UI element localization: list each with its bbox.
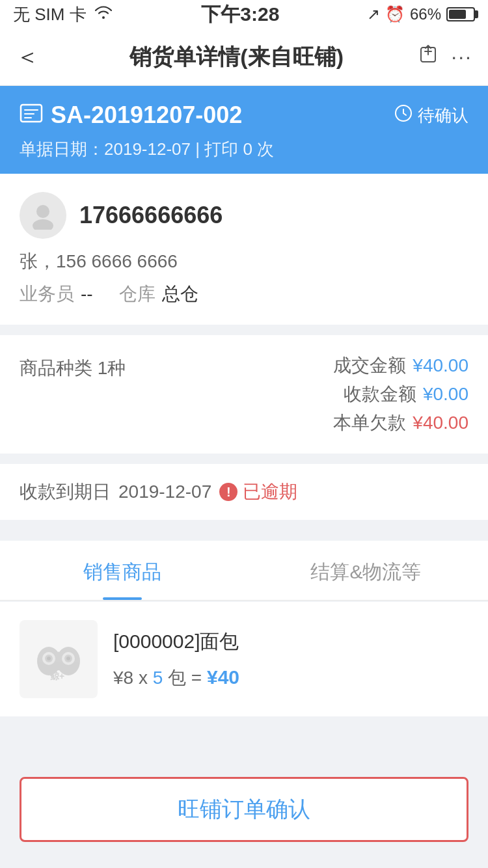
- battery-icon: [446, 7, 475, 21]
- customer-phone: 17666666666: [79, 202, 223, 229]
- order-banner: SA-20191207-002 待确认 单据日期：2019-12-07 | 打印…: [0, 86, 488, 174]
- warehouse-item: 仓库 总仓: [119, 282, 198, 306]
- order-id: SA-20191207-002: [20, 102, 242, 129]
- order-status: 待确认: [394, 104, 468, 127]
- status-left: 无 SIM 卡: [13, 3, 114, 26]
- warehouse-label: 仓库: [119, 282, 156, 306]
- status-time: 下午3:28: [201, 1, 279, 28]
- product-total: ¥40: [207, 666, 239, 688]
- due-date-label: 收款到期日: [20, 480, 111, 504]
- nav-bar: ＜ 销货单详情(来自旺铺) ···: [0, 29, 488, 86]
- confirm-button-label: 旺铺订单确认: [178, 794, 310, 824]
- customer-section: 17666666666 张，156 6666 6666 业务员 -- 仓库 总仓: [0, 174, 488, 325]
- overdue-badge: ! 已逾期: [219, 480, 297, 504]
- receipt-amount-value: ¥0.00: [423, 384, 468, 405]
- product-item: 鲸+ [0000002]面包 ¥8 x 5 包 = ¥40: [0, 602, 488, 717]
- product-price: ¥8 x 5 包 = ¥40: [113, 666, 468, 690]
- product-list: 鲸+ [0000002]面包 ¥8 x 5 包 = ¥40: [0, 602, 488, 717]
- debt-amount-value: ¥40.00: [413, 413, 468, 433]
- svg-point-12: [66, 657, 70, 660]
- avatar: [20, 192, 66, 239]
- svg-point-11: [47, 657, 51, 660]
- tabs-section: 销售商品 结算&物流等: [0, 541, 488, 601]
- deal-amount-line: 成交金额 ¥40.00: [333, 353, 468, 378]
- deal-amount-value: ¥40.00: [413, 355, 468, 376]
- order-id-text: SA-20191207-002: [51, 102, 242, 129]
- product-thumbnail: 鲸+: [20, 620, 98, 698]
- location-icon: ↗: [367, 5, 380, 23]
- product-type-label: 商品种类: [20, 356, 92, 381]
- product-type-value: 1种: [98, 356, 126, 381]
- customer-name: 张，156 6666 6666: [20, 249, 468, 274]
- page-title: 销货单详情(来自旺铺): [55, 42, 418, 72]
- amount-section: 商品种类 1种 成交金额 ¥40.00 收款金额 ¥0.00 本单欠款 ¥40.…: [0, 335, 488, 454]
- battery-fill: [449, 10, 466, 19]
- debt-amount-line: 本单欠款 ¥40.00: [333, 411, 468, 435]
- price-equals: =: [191, 668, 207, 688]
- customer-top: 17666666666: [20, 192, 468, 239]
- confirm-order-button[interactable]: 旺铺订单确认: [20, 777, 468, 842]
- receipt-amount-line: 收款金额 ¥0.00: [344, 382, 468, 407]
- receipt-amount-label: 收款金额: [344, 382, 416, 407]
- amount-grid: 商品种类 1种 成交金额 ¥40.00 收款金额 ¥0.00 本单欠款 ¥40.…: [20, 353, 468, 435]
- product-qty: 5: [153, 668, 163, 688]
- product-name: [0000002]面包: [113, 629, 468, 655]
- order-date: 单据日期：2019-12-07 | 打印 0 次: [20, 138, 468, 161]
- alarm-icon: ⏰: [385, 5, 405, 23]
- more-icon[interactable]: ···: [451, 45, 472, 69]
- order-icon: [20, 102, 43, 129]
- share-icon[interactable]: [418, 45, 438, 69]
- back-button[interactable]: ＜: [16, 41, 55, 73]
- salesperson-value: --: [81, 284, 93, 305]
- carrier-label: 无 SIM 卡: [13, 3, 87, 26]
- product-info: [0000002]面包 ¥8 x 5 包 = ¥40: [113, 629, 468, 690]
- overdue-icon: !: [219, 483, 237, 501]
- amounts-right: 成交金额 ¥40.00 收款金额 ¥0.00 本单欠款 ¥40.00: [333, 353, 468, 435]
- debt-amount-label: 本单欠款: [333, 411, 406, 435]
- warehouse-value: 总仓: [162, 282, 198, 306]
- due-section: 收款到期日 2019-12-07 ! 已逾期: [0, 464, 488, 520]
- price-value: ¥8: [113, 668, 133, 688]
- nav-actions: ···: [418, 45, 472, 69]
- status-bar: 无 SIM 卡 下午3:28 ↗ ⏰ 66%: [0, 0, 488, 29]
- salesperson-item: 业务员 --: [20, 282, 93, 306]
- svg-point-4: [33, 219, 53, 230]
- tab-sales-products[interactable]: 销售商品: [0, 541, 244, 600]
- order-banner-top: SA-20191207-002 待确认: [20, 102, 468, 129]
- overdue-label: 已逾期: [243, 480, 297, 504]
- product-type-area: 商品种类 1种: [20, 353, 333, 381]
- due-date-value: 2019-12-07: [118, 481, 211, 502]
- wifi-icon: [93, 5, 114, 25]
- salesperson-label: 业务员: [20, 282, 74, 306]
- clock-icon: [394, 104, 413, 127]
- divider-3: [0, 520, 488, 530]
- product-unit: 包: [168, 668, 186, 688]
- svg-point-3: [36, 205, 49, 218]
- divider-1: [0, 325, 488, 335]
- divider-2: [0, 454, 488, 464]
- customer-meta: 业务员 -- 仓库 总仓: [20, 282, 468, 306]
- deal-amount-label: 成交金额: [333, 353, 406, 378]
- tab-settlement-logistics[interactable]: 结算&物流等: [244, 541, 488, 600]
- svg-text:鲸+: 鲸+: [49, 671, 64, 681]
- status-text: 待确认: [418, 104, 468, 127]
- battery-percent: 66%: [410, 5, 441, 23]
- confirm-button-wrapper: 旺铺订单确认: [20, 777, 468, 842]
- status-right: ↗ ⏰ 66%: [367, 5, 475, 23]
- price-multiply: x: [139, 668, 153, 688]
- tabs-row: 销售商品 结算&物流等: [0, 541, 488, 600]
